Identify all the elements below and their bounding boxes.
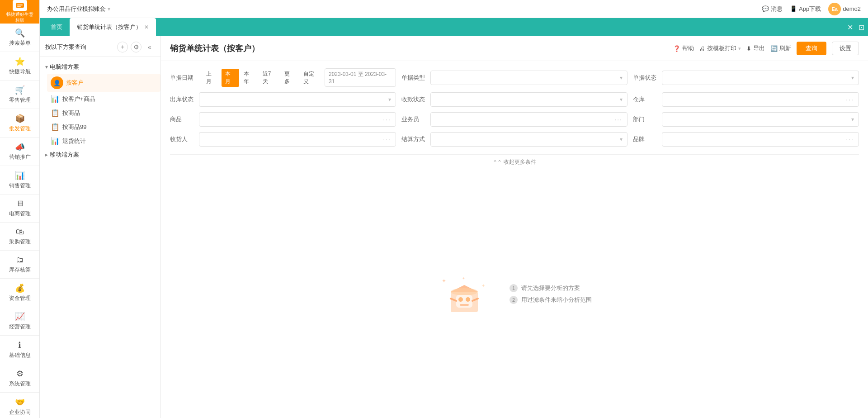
tab-close-icon[interactable]: ✕	[144, 24, 149, 30]
brand-select[interactable]: ···	[662, 132, 859, 147]
date-tab-this-year[interactable]: 本年	[240, 69, 258, 87]
tree-leaf-by-goods[interactable]: 📋 按商品	[47, 106, 160, 120]
sidebar-item-marketing[interactable]: 📣 营销推广	[0, 138, 40, 166]
filter-order-status: 单据状态 ▾	[633, 68, 859, 87]
tree-leaf-by-customer-goods[interactable]: 📊 按客户+商品	[47, 92, 160, 106]
sidebar-item-sys-mgmt[interactable]: ⚙ 系统管理	[0, 364, 40, 393]
brand-label: 品牌	[633, 135, 658, 143]
sidebar-item-basic-info[interactable]: ℹ 基础信息	[0, 336, 40, 364]
tab-sales-stat[interactable]: 销货单统计表（按客户） ✕	[70, 18, 156, 36]
query-button[interactable]: 查询	[797, 42, 826, 55]
chevron-order-status: ▾	[851, 75, 854, 81]
out-status-select[interactable]: ▾	[199, 92, 396, 107]
filter-row-1: 单据日期 上月 本月 本年 近7天 更多 自定义 2023-	[170, 68, 859, 87]
sidebar-item-retail-mgmt[interactable]: 🛒 零售管理	[0, 81, 40, 109]
sidebar-item-stock-calc[interactable]: 🗂 库存核算	[0, 251, 40, 279]
left-panel-header: 按以下方案查询 ＋ ⚙ «	[40, 36, 160, 57]
app-download-btn[interactable]: 📱 App下载	[790, 5, 821, 13]
date-tab-last-7-days[interactable]: 近7天	[259, 69, 280, 87]
sidebar-item-sales-mgmt[interactable]: 📊 销售管理	[0, 166, 40, 195]
filter-row-3: 商品 ··· 业务员 ··· 部门	[170, 112, 859, 127]
collapse-more-btn[interactable]: ⌃⌃ 收起更多条件	[170, 154, 859, 170]
order-status-select[interactable]: ▾	[662, 71, 859, 85]
sidebar-item-finance-mgmt[interactable]: 💰 资金管理	[0, 279, 40, 307]
collapse-up-icon: ⌃⌃	[493, 159, 502, 166]
chevron-department: ▾	[851, 116, 854, 123]
date-tab-last-month[interactable]: 上月	[203, 69, 221, 87]
date-tab-custom[interactable]: 自定义	[300, 69, 323, 87]
app-logo[interactable]: 畅捷通好生意 标版	[0, 0, 40, 24]
operations-icon: 📈	[15, 312, 25, 322]
export-btn[interactable]: ⬇ 导出	[746, 44, 765, 52]
user-profile[interactable]: Ea demo2	[828, 3, 861, 15]
logo-icon	[13, 0, 27, 11]
template-print-btn[interactable]: 🖨 按模板打印 ▾	[699, 44, 741, 52]
date-tab-more[interactable]: 更多	[281, 69, 299, 87]
filter-out-status: 出库状态 ▾	[170, 92, 396, 107]
settlement-label: 结算方式	[401, 135, 427, 143]
app-download-label: App下载	[799, 5, 821, 13]
filter-warehouse: 仓库 ···	[633, 92, 859, 107]
settings-button[interactable]: 设置	[832, 42, 859, 55]
maximize-btn[interactable]: ⊡	[859, 23, 864, 32]
search-menu-icon: 🔍	[15, 28, 25, 38]
receipt-status-select[interactable]: ▾	[430, 92, 627, 107]
sidebar-item-label: 库存核算	[9, 266, 31, 274]
topbar: 办公用品行业模拟账套 ▾ 💬 消息 📱 App下载 Ea demo2	[40, 0, 868, 18]
order-status-label: 单据状态	[633, 74, 658, 82]
receiver-label: 收货人	[170, 135, 195, 143]
sidebar-item-enterprise-collab[interactable]: 🤝 企业协同	[0, 393, 40, 418]
chevron-down-icon: ▾	[108, 6, 110, 12]
date-range-input[interactable]: 2023-03-01 至 2023-03-31	[325, 68, 396, 87]
tree-leaf-by-goods-99[interactable]: 📋 按商品99	[47, 120, 160, 134]
tree-parent-desktop[interactable]: 电脑端方案	[40, 60, 160, 74]
warehouse-select[interactable]: ···	[662, 92, 859, 107]
settings-scheme-btn[interactable]: ⚙	[131, 42, 142, 52]
sidebar-item-operations-mgmt[interactable]: 📈 经营管理	[0, 307, 40, 336]
svg-point-8	[466, 297, 470, 302]
sidebar-item-label: 企业协同	[9, 408, 31, 416]
filter-row-4: 收货人 ··· 结算方式 ▾ 品牌	[170, 132, 859, 147]
order-type-select[interactable]: ▾	[430, 71, 627, 85]
left-panel-actions: ＋ ⚙ «	[117, 42, 155, 52]
customer-icon: 👤	[53, 80, 61, 86]
tree-leaf-by-customer[interactable]: 👤 按客户	[47, 74, 160, 92]
date-tab-this-month[interactable]: 本月	[222, 69, 240, 87]
tree-leaf-return-stats[interactable]: 📊 退货统计	[47, 134, 160, 148]
account-dropdown[interactable]: 办公用品行业模拟账套 ▾	[47, 5, 110, 13]
help-btn[interactable]: ❓ 帮助	[673, 44, 694, 52]
goods-select[interactable]: ···	[199, 112, 396, 127]
app-download-icon: 📱	[790, 5, 797, 12]
template-print-label: 按模板打印	[707, 44, 736, 52]
tip-text-2: 用过滤条件来缩小分析范围	[521, 296, 592, 304]
message-btn[interactable]: 💬 消息	[762, 5, 783, 13]
retail-icon: 🛒	[15, 85, 25, 95]
refresh-btn[interactable]: 🔄 刷新	[770, 44, 791, 52]
collapse-panel-btn[interactable]: «	[144, 42, 155, 52]
print-icon: 🖨	[699, 45, 705, 52]
sidebar-item-ecommerce[interactable]: 🖥 电商管理	[0, 195, 40, 223]
sidebar-item-search-menu[interactable]: 🔍 搜索菜单	[0, 24, 40, 52]
tree-arrow-mobile	[45, 152, 48, 158]
sidebar-item-label: 零售管理	[9, 96, 31, 104]
chevron-out-status: ▾	[388, 96, 391, 103]
message-icon: 💬	[762, 5, 769, 12]
tip-num-2: 2	[509, 296, 518, 304]
salesperson-select[interactable]: ···	[430, 112, 627, 127]
tab-home[interactable]: 首页	[43, 18, 70, 36]
message-label: 消息	[771, 5, 783, 13]
sidebar-item-quick-nav[interactable]: ⭐ 快捷导航	[0, 52, 40, 81]
receiver-select[interactable]: ···	[199, 132, 396, 147]
department-select[interactable]: ▾	[662, 112, 859, 127]
page-actions: ❓ 帮助 🖨 按模板打印 ▾ ⬇ 导出 🔄 刷新	[673, 42, 859, 61]
filter-salesperson: 业务员 ···	[401, 112, 627, 127]
sidebar-item-label: 搜索菜单	[9, 39, 31, 47]
account-label: 办公用品行业模拟账套	[47, 5, 106, 13]
close-tab-btn[interactable]: ✕	[847, 23, 853, 32]
sidebar-item-purchase-mgmt[interactable]: 🛍 采购管理	[0, 223, 40, 251]
settlement-select[interactable]: ▾	[430, 132, 627, 147]
user-name: demo2	[843, 5, 861, 12]
add-scheme-btn[interactable]: ＋	[117, 42, 128, 52]
tree-parent-mobile[interactable]: 移动端方案	[40, 148, 160, 162]
sidebar-item-wholesale-mgmt[interactable]: 📦 批发管理	[0, 109, 40, 138]
